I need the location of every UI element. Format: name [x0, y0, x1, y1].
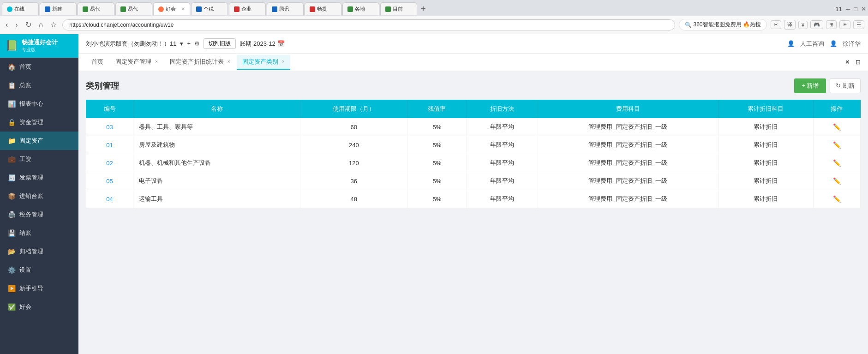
new-tab-button[interactable]: + — [418, 4, 429, 14]
browser-tab-1[interactable]: 新建 — [40, 2, 77, 15]
header-left: 刘小艳演示版套（勿删勿动！）11 ▾ + ⚙ 切到旧版 账期 2023-12 📅 — [86, 38, 285, 49]
tax-icon: 🖨️ — [7, 210, 16, 219]
cell-method-1: 年限平均 — [467, 136, 538, 154]
tab-fixed-assets-mgmt[interactable]: 固定资产管理 × — [110, 55, 163, 70]
edit-button-4[interactable]: ✏️ — [833, 195, 841, 203]
sidebar-logo: 📗 畅捷通好会计 专业版 — [0, 34, 78, 58]
sidebar-item-archive[interactable]: 📂 归档管理 — [0, 242, 78, 261]
edit-button-1[interactable]: ✏️ — [833, 141, 841, 149]
edit-button-2[interactable]: ✏️ — [833, 159, 841, 167]
dropdown-icon[interactable]: ▾ — [180, 40, 183, 47]
grid-btn[interactable]: ⊞ — [826, 20, 837, 29]
browser-tab-3[interactable]: 易代 — [115, 2, 152, 15]
refresh-button[interactable]: ↻ 刷新 — [830, 78, 861, 93]
tab-close-4[interactable]: ✕ — [181, 6, 185, 12]
sidebar-logo-sub: 专业版 — [22, 47, 58, 53]
back-button[interactable]: ‹ — [4, 20, 10, 30]
cell-depreciation-2: 累计折旧 — [718, 154, 813, 172]
tab-window-close[interactable]: ✕ — [845, 59, 850, 66]
add-category-button[interactable]: + 新增 — [794, 78, 826, 93]
tab-home-label: 首页 — [91, 58, 103, 66]
sidebar-item-purchase-sales[interactable]: 📦 进销台账 — [0, 187, 78, 205]
browser-tab-2[interactable]: 易代 — [78, 2, 114, 15]
consult-label[interactable]: 人工咨询 — [800, 40, 824, 48]
calendar-icon[interactable]: 📅 — [277, 40, 285, 47]
cell-method-3: 年限平均 — [467, 172, 538, 190]
browser-tab-10[interactable]: 目前 — [380, 2, 417, 15]
cell-expense-3: 管理费用_固定资产折旧_一级 — [538, 172, 718, 190]
cell-period-1: 240 — [300, 136, 407, 154]
tab-category-close[interactable]: × — [282, 59, 285, 64]
sidebar-item-general-ledger[interactable]: 📋 总账 — [0, 76, 78, 95]
plus-icon[interactable]: + — [187, 40, 191, 47]
page-title-bar: 类别管理 + 新增 ↻ 刷新 — [86, 78, 861, 93]
forward-button[interactable]: › — [13, 20, 19, 30]
menu-btn[interactable]: ☰ — [853, 20, 864, 29]
address-input[interactable] — [62, 19, 675, 30]
sidebar-item-home[interactable]: 🏠 首页 — [0, 58, 78, 76]
app-header: 刘小艳演示版套（勿删勿动！）11 ▾ + ⚙ 切到旧版 账期 2023-12 📅… — [78, 34, 868, 54]
sidebar-item-payroll[interactable]: 💼 工资 — [0, 150, 78, 168]
report-icon: 📊 — [7, 100, 16, 108]
tab-category-label: 固定资产类别 — [242, 58, 278, 66]
cut-btn[interactable]: ✂ — [771, 20, 781, 29]
browser-tab-4[interactable]: 好会 ✕ — [153, 2, 190, 15]
table-row: 03 器具、工具、家具等 60 5% 年限平均 管理费用_固定资产折旧_一级 累… — [86, 118, 861, 136]
sidebar-item-finance[interactable]: 🔒 资金管理 — [0, 113, 78, 132]
assets-icon: 📁 — [7, 137, 16, 145]
browser-tab-6[interactable]: 企业 — [229, 2, 266, 15]
browser-tab-5[interactable]: 个税 — [191, 2, 228, 15]
brightness-btn[interactable]: ☀ — [839, 20, 850, 29]
sidebar-item-fixed-assets[interactable]: 📁 固定资产 — [0, 132, 78, 150]
minimize-icon[interactable]: ─ — [846, 6, 850, 12]
col-header-expense: 费用科目 — [538, 100, 718, 118]
sidebar-logo-title: 畅捷通好会计 — [22, 39, 58, 47]
search-bar[interactable]: 🔍 360智能抠图免费用 🔥热搜 — [679, 19, 767, 30]
home-button[interactable]: ⌂ — [37, 20, 45, 30]
reload-button[interactable]: ↻ — [24, 19, 33, 30]
sidebar-item-close-period[interactable]: 💾 结账 — [0, 224, 78, 242]
sidebar-ledger-label: 总账 — [19, 81, 31, 90]
sidebar-item-invoice[interactable]: 🧾 发票管理 — [0, 168, 78, 187]
cell-name-3: 电子设备 — [133, 172, 300, 190]
tab-assets-mgmt-close[interactable]: × — [155, 59, 158, 64]
maximize-icon[interactable]: □ — [854, 6, 857, 12]
gear-icon[interactable]: ⚙ — [194, 40, 200, 47]
browser-tab-7[interactable]: 腾讯 — [267, 2, 304, 15]
cell-name-0: 器具、工具、家具等 — [133, 118, 300, 136]
sidebar-item-reports[interactable]: 📊 报表中心 — [0, 95, 78, 113]
close-icon[interactable]: ✕ — [861, 6, 866, 12]
translate-btn[interactable]: 译 — [784, 20, 796, 30]
sidebar-item-tax[interactable]: 🖨️ 税务管理 — [0, 205, 78, 224]
cell-action-2: ✏️ — [813, 154, 860, 172]
search-icon: 🔍 — [685, 22, 692, 28]
sidebar-item-haohui[interactable]: ✅ 好会 — [0, 298, 78, 316]
browser-tab-9[interactable]: 各地 — [342, 2, 379, 15]
switch-version-button[interactable]: 切到旧版 — [204, 38, 236, 49]
settings-icon: ⚙️ — [7, 266, 16, 274]
sidebar-item-guide[interactable]: ▶️ 新手引导 — [0, 279, 78, 298]
archive-icon: 📂 — [7, 247, 16, 256]
edit-button-0[interactable]: ✏️ — [833, 123, 841, 131]
invoice-icon: 🧾 — [7, 174, 16, 182]
sidebar-close-label: 结账 — [19, 229, 31, 237]
game-btn[interactable]: 🎮 — [810, 20, 823, 29]
browser-tab-8[interactable]: 畅提 — [305, 2, 341, 15]
edit-button-3[interactable]: ✏️ — [833, 177, 841, 185]
tab-depreciation-close[interactable]: × — [227, 59, 230, 64]
sidebar-item-settings[interactable]: ⚙️ 设置 — [0, 261, 78, 279]
cell-name-4: 运输工具 — [133, 190, 300, 208]
bookmark-button[interactable]: ☆ — [48, 19, 59, 30]
tab-window-expand[interactable]: ⊡ — [856, 59, 861, 66]
tab-window-controls: ✕ ⊡ — [845, 59, 861, 66]
cell-expense-0: 管理费用_固定资产折旧_一级 — [538, 118, 718, 136]
cell-action-4: ✏️ — [813, 190, 860, 208]
sidebar-tax-label: 税务管理 — [19, 210, 43, 219]
tab-depreciation-stats[interactable]: 固定资产折旧统计表 × — [164, 55, 236, 70]
browser-tab-0[interactable]: 在线 — [2, 2, 39, 15]
tab-home[interactable]: 首页 — [86, 55, 109, 70]
currency-btn[interactable]: ¥ — [798, 21, 808, 29]
tab-category[interactable]: 固定资产类别 × — [237, 55, 290, 70]
cell-expense-1: 管理费用_固定资产折旧_一级 — [538, 136, 718, 154]
tab-bar: 在线 新建 易代 易代 好会 ✕ 个税 企业 腾讯 — [0, 0, 868, 16]
